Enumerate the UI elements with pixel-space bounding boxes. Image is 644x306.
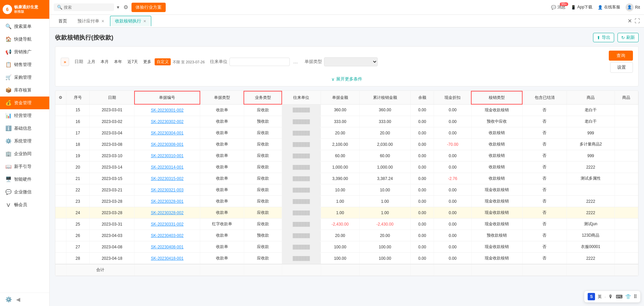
tab-fullscreen-icon[interactable]: ⛶	[635, 18, 640, 24]
tab-collection-label: 收款核销执行	[115, 18, 141, 24]
table-cell: 1.00	[321, 207, 360, 219]
search-icon: 🔍	[57, 5, 62, 10]
filter-dots: ...	[292, 59, 299, 65]
sidebar-item-system[interactable]: ⚙️ 系统管理	[0, 135, 49, 147]
collapse-icon[interactable]: ◀	[16, 296, 20, 303]
filter-expand-left-btn[interactable]: »	[61, 58, 69, 66]
col-header-settings[interactable]: ⚙	[55, 91, 66, 104]
date-btn-lastmonth[interactable]: 上月	[85, 58, 97, 65]
footer-include-settled-cell	[522, 264, 567, 276]
sidebar-item-inventory[interactable]: 📦 库存核算	[0, 84, 49, 97]
table-cell[interactable]: SK-20230314-001	[135, 162, 200, 173]
sidebar-item-operation[interactable]: 📊 经营管理	[0, 109, 49, 122]
tab-collection-close[interactable]: ✕	[143, 19, 146, 23]
table-cell: 否	[522, 139, 567, 150]
topbar-app-download[interactable]: 📱 App下载	[571, 4, 592, 10]
table-cell[interactable]: SK-20230310-001	[135, 150, 200, 162]
tab-close-window-icon[interactable]: ✕	[628, 18, 632, 24]
topbar-online-service[interactable]: 👤 在线客服	[598, 4, 620, 10]
sidebar-item-finance[interactable]: 💰 资金管理	[0, 97, 49, 109]
sidebar-item-hardware-label: 智能硬件	[14, 176, 32, 182]
table-row: 262023-04-03SK-20230403-002收款单预收款██████2…	[55, 230, 638, 241]
sidebar-item-marketing[interactable]: 📢 营销推广	[0, 46, 49, 58]
tab-prepayable[interactable]: 预计应付单 ✕	[72, 16, 109, 26]
sidebar-item-basic[interactable]: ℹ️ 基础信息	[0, 122, 49, 135]
sidebar-item-search[interactable]: 🔍 搜索菜单	[0, 20, 49, 33]
date-btn-thisyear[interactable]: 本年	[112, 58, 124, 65]
export-button[interactable]: ⬆ 导出	[593, 33, 614, 42]
filter-expand-btn[interactable]: ∨ 展开更多条件	[61, 74, 633, 82]
table-cell[interactable]: SK-20230328-002	[135, 207, 200, 219]
topbar-gear-icon[interactable]: ⚙	[122, 3, 129, 12]
date-btn-7days[interactable]: 近7天	[125, 58, 140, 65]
footer-goods2-cell	[614, 264, 638, 276]
query-button[interactable]: 查询	[609, 51, 633, 61]
sidebar-item-guide[interactable]: 📖 新手引导	[0, 160, 49, 173]
sidebar-item-purchase[interactable]: 🛒 采购管理	[0, 71, 49, 84]
topbar-user[interactable]: 👤 Rit	[626, 3, 640, 11]
setting-button[interactable]: 设置	[610, 62, 633, 73]
footer-bill-type-cell	[200, 264, 244, 276]
footer-biz-type-cell	[244, 264, 282, 276]
table-cell: 收款单	[200, 196, 244, 207]
table-cell: 收款核销	[471, 127, 522, 139]
table-cell[interactable]: SK-20230304-001	[135, 127, 200, 139]
table-cell[interactable]: SK-20230418-001	[135, 253, 200, 264]
table-cell: 否	[522, 241, 567, 253]
settings-bottom-icon[interactable]: ⚙️	[5, 296, 12, 303]
tab-home[interactable]: 首页	[54, 16, 72, 26]
table-cell: ██████	[282, 196, 321, 207]
sidebar-item-member[interactable]: V 畅会员	[0, 198, 49, 211]
col-header-seq: 序号	[66, 91, 90, 104]
float-bar-s-icon: S	[588, 293, 595, 300]
float-input-bar[interactable]: S 英 · 🎙 ⌨ 👕 ⠿	[584, 291, 641, 303]
table-cell	[614, 173, 638, 184]
guide-icon: 📖	[5, 164, 11, 170]
refresh-button[interactable]: ↻ 刷新	[618, 33, 639, 42]
table-settings-icon[interactable]: ⚙	[59, 95, 62, 100]
table-cell[interactable]: SK-20230328-001	[135, 196, 200, 207]
table-cell: 0.00	[411, 150, 434, 162]
col-header-total-nuke: 累计核销金额	[360, 91, 411, 104]
topbar-dropdown-arrow[interactable]: ▼	[116, 5, 120, 10]
industry-solution-button[interactable]: 体验行业方案	[131, 3, 166, 12]
tab-collection[interactable]: 收款核销执行 ✕	[110, 16, 151, 26]
float-bar-grid-icon[interactable]: ⠿	[634, 294, 637, 299]
tab-prepayable-close[interactable]: ✕	[101, 19, 104, 23]
table-cell: 收款单	[200, 139, 244, 150]
sidebar-item-hardware[interactable]: 🖥️ 智能硬件	[0, 173, 49, 186]
float-bar-mic-icon[interactable]: 🎙	[608, 294, 613, 299]
date-btn-custom[interactable]: 自定义	[155, 58, 171, 65]
table-cell	[614, 162, 638, 173]
table-cell: 2023-04-03	[90, 230, 135, 241]
float-bar-keyboard-icon[interactable]: ⌨	[616, 294, 623, 299]
table-cell: 999	[567, 150, 615, 162]
partner-filter-input[interactable]	[229, 58, 290, 66]
table-row: 202023-03-14SK-20230314-001收款单应收款██████1…	[55, 162, 638, 173]
table-cell[interactable]: SK-20230302-002	[135, 116, 200, 127]
table-cell[interactable]: SK-20230301-002	[135, 104, 200, 116]
finance-icon: 💰	[5, 100, 11, 106]
date-btn-more[interactable]: 更多	[141, 58, 153, 65]
sidebar-item-wechat[interactable]: 💬 企业微信	[0, 186, 49, 198]
table-cell[interactable]: SK-20230403-002	[135, 230, 200, 241]
float-bar-shirt-icon[interactable]: 👕	[625, 294, 631, 299]
topbar-search-box[interactable]: 🔍	[54, 3, 114, 11]
sidebar-item-sales[interactable]: 📋 销售管理	[0, 58, 49, 71]
filter-area: » 日期 上月 本月 本年 近7天 更多 自定义 不限 至 2023-07-26	[55, 46, 639, 86]
search-input[interactable]	[64, 5, 104, 10]
app-icon: 📱	[571, 5, 576, 10]
table-cell[interactable]: SK-20230321-003	[135, 184, 200, 196]
table-cell: 333.00	[360, 116, 411, 127]
date-btn-thismonth[interactable]: 本月	[99, 58, 111, 65]
table-cell[interactable]: SK-20230408-001	[135, 241, 200, 253]
home-icon: 🏠	[5, 36, 11, 42]
sidebar-item-quicknav[interactable]: 🏠 快捷导航	[0, 33, 49, 46]
topbar-message[interactable]: 💬 消息 99+	[551, 4, 566, 10]
billtype-filter-select[interactable]	[324, 57, 378, 66]
table-cell[interactable]: SK-20230331-002	[135, 219, 200, 230]
table-cell: 60.00	[360, 150, 411, 162]
table-cell[interactable]: SK-20230315-002	[135, 173, 200, 184]
table-cell[interactable]: SK-20230308-001	[135, 139, 200, 150]
sidebar-item-enterprise[interactable]: 🏢 企业协同	[0, 147, 49, 160]
